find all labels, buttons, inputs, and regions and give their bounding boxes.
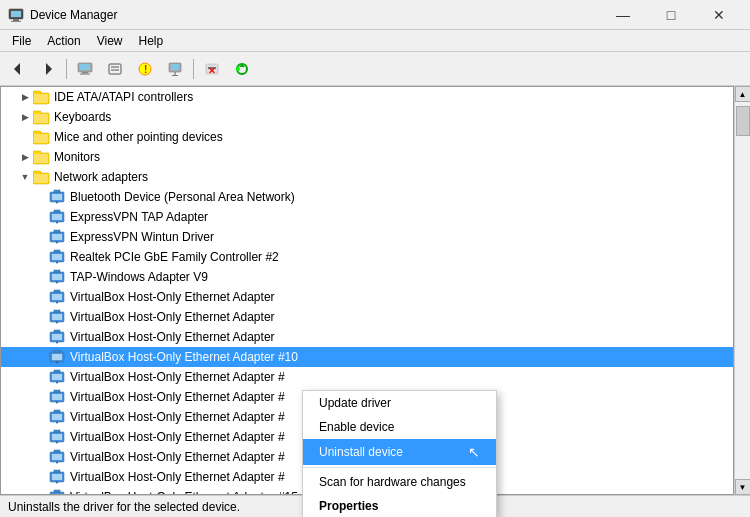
scroll-thumb[interactable] bbox=[736, 106, 750, 136]
computer-button[interactable] bbox=[71, 55, 99, 83]
tree-arrow-monitors: ▶ bbox=[17, 152, 33, 162]
tree-label-vbox15a: VirtualBox Host-Only Ethernet Adapter #1… bbox=[70, 490, 298, 495]
svg-rect-16 bbox=[171, 64, 179, 70]
svg-rect-63 bbox=[54, 290, 60, 292]
close-button[interactable]: ✕ bbox=[696, 0, 742, 30]
tree-icon-mice bbox=[33, 129, 51, 145]
menu-item-action[interactable]: Action bbox=[39, 32, 88, 50]
svg-point-66 bbox=[56, 322, 58, 324]
minimize-button[interactable]: — bbox=[600, 0, 646, 30]
tree-icon-bluetooth bbox=[49, 189, 67, 205]
tree-label-keyboards: Keyboards bbox=[54, 110, 111, 124]
tree-item-bluetooth[interactable]: Bluetooth Device (Personal Area Network) bbox=[1, 187, 733, 207]
svg-rect-85 bbox=[52, 414, 62, 420]
svg-point-46 bbox=[56, 222, 58, 224]
maximize-button[interactable]: □ bbox=[648, 0, 694, 30]
svg-point-82 bbox=[56, 402, 58, 404]
svg-point-98 bbox=[56, 482, 58, 484]
svg-rect-61 bbox=[52, 294, 62, 300]
svg-rect-100 bbox=[50, 492, 64, 495]
tree-icon-vbox2 bbox=[49, 309, 67, 325]
tree-item-vbox2[interactable]: VirtualBox Host-Only Ethernet Adapter bbox=[1, 307, 733, 327]
properties-button[interactable] bbox=[101, 55, 129, 83]
tree-icon-vbox-h5 bbox=[49, 449, 67, 465]
tree-item-tap-windows[interactable]: TAP-Windows Adapter V9 bbox=[1, 267, 733, 287]
context-menu-item-properties[interactable]: Properties bbox=[303, 494, 496, 517]
tree-label-bluetooth: Bluetooth Device (Personal Area Network) bbox=[70, 190, 295, 204]
tree-label-vbox-h1: VirtualBox Host-Only Ethernet Adapter # bbox=[70, 370, 285, 384]
tree-icon-vbox3 bbox=[49, 329, 67, 345]
svg-rect-73 bbox=[52, 354, 62, 360]
tree-arrow-ide: ▶ bbox=[17, 92, 33, 102]
menu-item-file[interactable]: File bbox=[4, 32, 39, 50]
context-menu-item-scan-hardware[interactable]: Scan for hardware changes bbox=[303, 470, 496, 494]
tree-label-vbox10: VirtualBox Host-Only Ethernet Adapter #1… bbox=[70, 350, 298, 364]
tree-icon-keyboards bbox=[33, 109, 51, 125]
status-text: Uninstalls the driver for the selected d… bbox=[8, 500, 240, 514]
svg-rect-47 bbox=[54, 210, 60, 212]
forward-button[interactable] bbox=[34, 55, 62, 83]
svg-rect-9 bbox=[80, 73, 90, 74]
remove-button[interactable]: ✕ bbox=[198, 55, 226, 83]
toolbar: ! ✕ bbox=[0, 52, 750, 86]
tree-item-vbox-h1[interactable]: VirtualBox Host-Only Ethernet Adapter # bbox=[1, 367, 733, 387]
context-menu-separator bbox=[303, 467, 496, 468]
menu-bar: FileActionViewHelp bbox=[0, 30, 750, 52]
error-button[interactable]: ! bbox=[131, 55, 159, 83]
svg-rect-75 bbox=[54, 350, 60, 352]
tree-icon-tap-windows bbox=[49, 269, 67, 285]
svg-rect-101 bbox=[52, 494, 62, 495]
tree-item-vbox10[interactable]: VirtualBox Host-Only Ethernet Adapter #1… bbox=[1, 347, 733, 367]
svg-rect-103 bbox=[54, 490, 60, 492]
window-controls: — □ ✕ bbox=[600, 0, 742, 30]
menu-item-help[interactable]: Help bbox=[131, 32, 172, 50]
svg-rect-53 bbox=[52, 254, 62, 260]
tree-icon-vbox15a bbox=[49, 489, 67, 495]
tree-label-expressvpn-tap: ExpressVPN TAP Adapter bbox=[70, 210, 208, 224]
context-menu-item-uninstall-device[interactable]: Uninstall device↖ bbox=[303, 439, 496, 465]
tree-icon-vbox-h1 bbox=[49, 369, 67, 385]
scroll-up-button[interactable]: ▲ bbox=[735, 86, 751, 102]
tree-item-vbox1[interactable]: VirtualBox Host-Only Ethernet Adapter bbox=[1, 287, 733, 307]
back-button[interactable] bbox=[4, 55, 32, 83]
svg-rect-18 bbox=[172, 75, 178, 76]
svg-rect-51 bbox=[54, 230, 60, 232]
display-button[interactable] bbox=[161, 55, 189, 83]
tree-item-monitors[interactable]: ▶ Monitors bbox=[1, 147, 733, 167]
tree-item-expressvpn-tap[interactable]: ExpressVPN TAP Adapter bbox=[1, 207, 733, 227]
svg-rect-87 bbox=[54, 410, 60, 412]
tree-label-expressvpn-wintun: ExpressVPN Wintun Driver bbox=[70, 230, 214, 244]
svg-point-54 bbox=[56, 262, 58, 264]
svg-point-86 bbox=[56, 422, 58, 424]
svg-point-90 bbox=[56, 442, 58, 444]
svg-rect-39 bbox=[34, 174, 48, 183]
svg-rect-45 bbox=[52, 214, 62, 220]
app-icon bbox=[8, 7, 24, 23]
tree-item-keyboards[interactable]: ▶ Keyboards bbox=[1, 107, 733, 127]
svg-text:!: ! bbox=[144, 64, 147, 75]
tree-item-mice[interactable]: Mice and other pointing devices bbox=[1, 127, 733, 147]
tree-label-vbox-h2: VirtualBox Host-Only Ethernet Adapter # bbox=[70, 390, 285, 404]
tree-item-ide[interactable]: ▶ IDE ATA/ATAPI controllers bbox=[1, 87, 733, 107]
svg-rect-71 bbox=[54, 330, 60, 332]
context-menu-item-update-driver[interactable]: Update driver bbox=[303, 391, 496, 415]
menu-item-view[interactable]: View bbox=[89, 32, 131, 50]
tree-label-vbox-h5: VirtualBox Host-Only Ethernet Adapter # bbox=[70, 450, 285, 464]
svg-rect-65 bbox=[52, 314, 62, 320]
scroll-down-button[interactable]: ▼ bbox=[735, 479, 751, 495]
main-content: ▶ IDE ATA/ATAPI controllers▶ Keyboards M… bbox=[0, 86, 750, 495]
svg-rect-67 bbox=[54, 310, 60, 312]
refresh-button[interactable] bbox=[228, 55, 256, 83]
tree-label-mice: Mice and other pointing devices bbox=[54, 130, 223, 144]
svg-point-94 bbox=[56, 462, 58, 464]
svg-rect-49 bbox=[52, 234, 62, 240]
tree-item-vbox3[interactable]: VirtualBox Host-Only Ethernet Adapter bbox=[1, 327, 733, 347]
svg-rect-30 bbox=[34, 114, 48, 123]
context-menu-item-enable-device[interactable]: Enable device bbox=[303, 415, 496, 439]
tree-label-vbox-h4: VirtualBox Host-Only Ethernet Adapter # bbox=[70, 430, 285, 444]
tree-label-tap-windows: TAP-Windows Adapter V9 bbox=[70, 270, 208, 284]
tree-item-expressvpn-wintun[interactable]: ExpressVPN Wintun Driver bbox=[1, 227, 733, 247]
tree-item-realtek[interactable]: Realtek PCIe GbE Family Controller #2 bbox=[1, 247, 733, 267]
scrollbar[interactable]: ▲ ▼ bbox=[734, 86, 750, 495]
tree-item-network[interactable]: ▼ Network adapters bbox=[1, 167, 733, 187]
